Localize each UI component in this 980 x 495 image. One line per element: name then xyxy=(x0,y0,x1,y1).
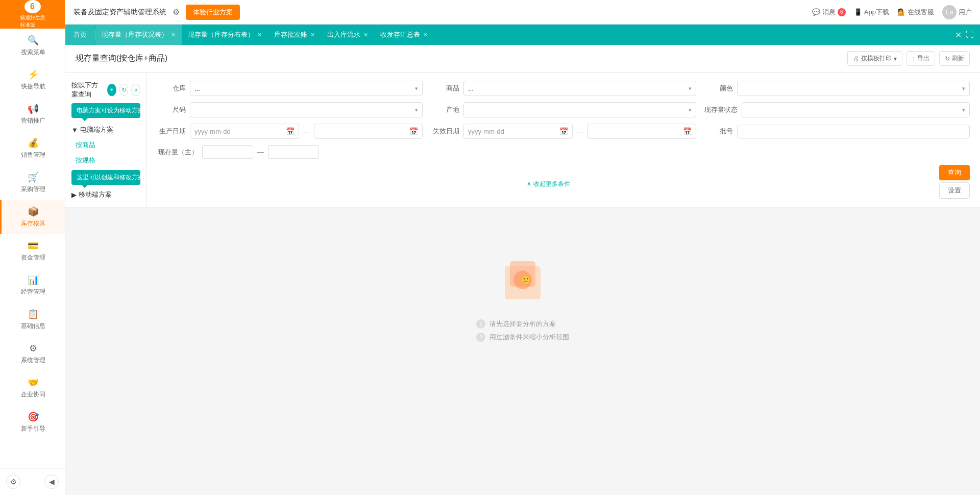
trial-button[interactable]: 体验行业方案 xyxy=(186,5,240,20)
sidebar-item-marketing[interactable]: 📢 营销推广 xyxy=(0,97,65,131)
step-num-2: 2 xyxy=(476,333,485,342)
sidebar-item-purchase[interactable]: 🛒 采购管理 xyxy=(0,166,65,200)
empty-icon-svg: 😕 xyxy=(492,248,553,310)
settings-button[interactable]: ⚙ xyxy=(6,475,20,489)
stock-qty-to[interactable] xyxy=(268,145,319,159)
batch-input[interactable] xyxy=(737,125,970,138)
stock-status-select[interactable]: ▾ xyxy=(742,102,970,117)
tab-inventory-status[interactable]: 现存量（库存状况表） ✕ xyxy=(95,25,182,45)
page-title: 现存量查询(按仓库+商品) xyxy=(76,53,167,64)
stock-qty-from[interactable] xyxy=(202,145,253,159)
page-header: 现存量查询(按仓库+商品) 🖨 按模板打印 ▾ ↑ 导出 ↻ 刷新 xyxy=(65,45,980,73)
empty-step-1: 1 请先选择要分析的方案 xyxy=(476,319,569,328)
sidebar-item-basic[interactable]: 📋 基础信息 xyxy=(0,302,65,337)
marketing-icon: 📢 xyxy=(28,103,39,114)
tooltip-close-2[interactable]: ✕ xyxy=(154,174,160,182)
phone-icon: 📱 xyxy=(854,8,862,16)
tab-close-2[interactable]: ✕ xyxy=(257,32,262,38)
collapse-icon: ∧ xyxy=(527,180,531,187)
refresh-scheme-button[interactable]: ↻ xyxy=(119,84,129,96)
sidebar-item-system[interactable]: ⚙ 系统管理 xyxy=(0,337,65,371)
size-chevron-icon: ▾ xyxy=(415,107,418,113)
sidebar-item-sales[interactable]: 💰 销售管理 xyxy=(0,131,65,166)
tab-inventory-dist[interactable]: 现存量（库存分布表） ✕ xyxy=(182,25,268,45)
tab-close-5[interactable]: ✕ xyxy=(423,32,428,38)
reset-button[interactable]: 设置 xyxy=(939,182,970,199)
tab-close-all-icon[interactable]: ✕ xyxy=(955,30,962,40)
filter-rows: 仓库 ... ▾ 商品 ... ▾ xyxy=(157,81,970,159)
basic-icon: 📋 xyxy=(28,309,39,320)
scheme-item-spec[interactable]: 按规格 xyxy=(65,153,146,168)
refresh-button[interactable]: ↻ 刷新 xyxy=(939,51,970,66)
sidebar-item-inventory[interactable]: 📦 库存核算 xyxy=(0,200,65,234)
tab-close-4[interactable]: ✕ xyxy=(363,32,368,38)
sidebar-item-nav[interactable]: ⚡ 快捷导航 xyxy=(0,63,65,97)
scheme-item-product[interactable]: 按商品 xyxy=(65,137,146,153)
top-header-right: 💬 消息 6 📱 App下载 💁 在线客服 Ea 用户 xyxy=(812,5,972,19)
tab-bar: 首页 现存量（库存状况表） ✕ 现存量（库存分布表） ✕ 库存批次账 ✕ 出入库… xyxy=(65,25,980,45)
origin-filter: 产地 ▾ xyxy=(431,102,696,117)
top-header-left: 装备及固定资产辅助管理系统 ⚙ 体验行业方案 xyxy=(74,5,240,20)
print-icon: 🖨 xyxy=(853,55,859,62)
tab-close-3[interactable]: ✕ xyxy=(310,32,315,38)
sidebar-nav: 🔍 搜索菜单 ⚡ 快捷导航 📢 营销推广 💰 销售管理 🛒 采购管理 📦 库存核… xyxy=(0,29,65,468)
add-scheme-button[interactable]: + xyxy=(107,84,116,96)
stock-status-filter: 现存量状态 ▾ xyxy=(704,102,970,117)
tab-summary[interactable]: 收发存汇总表 ✕ xyxy=(374,25,434,45)
online-support-button[interactable]: 💁 在线客服 xyxy=(897,8,934,17)
page-actions: 🖨 按模板打印 ▾ ↑ 导出 ↻ 刷新 xyxy=(847,51,970,66)
sidebar-item-collab[interactable]: 🤝 企业协同 xyxy=(0,371,65,405)
expiry-date-filter: 失效日期 yyyy-mm-dd 📅 — 📅 xyxy=(431,124,696,139)
message-button[interactable]: 💬 消息 6 xyxy=(812,8,846,17)
management-icon: 📊 xyxy=(28,274,39,286)
app-download-button[interactable]: 📱 App下载 xyxy=(854,8,889,17)
tab-fullscreen-icon[interactable]: ⛶ xyxy=(966,30,974,39)
filter-row-3: 生产日期 yyyy-mm-dd 📅 — 📅 xyxy=(157,124,970,139)
sidebar-logo: 6 畅通好生意 标准版 xyxy=(0,0,65,29)
tooltip-close-1[interactable]: ✕ xyxy=(154,107,160,115)
filter-row-2: 尺码 ▾ 产地 ▾ xyxy=(157,102,970,117)
expiry-date-to[interactable]: 📅 xyxy=(587,124,697,139)
settings-icon[interactable]: ⚙ xyxy=(173,7,180,17)
sidebar-item-finance[interactable]: 💳 资金管理 xyxy=(0,234,65,268)
print-button[interactable]: 🖨 按模板打印 ▾ xyxy=(847,51,902,66)
create-scheme-tooltip: 这里可以创建和修改方案哦 ✕ xyxy=(71,170,140,185)
top-header: 装备及固定资产辅助管理系统 ⚙ 体验行业方案 💬 消息 6 📱 App下载 💁 … xyxy=(65,0,980,25)
filter-header-row: 按以下方案查询 + ↻ « xyxy=(65,77,146,103)
sales-icon: 💰 xyxy=(28,137,39,149)
collapse-sidebar-button[interactable]: ◀ xyxy=(44,475,59,489)
sidebar-item-guide[interactable]: 🎯 新手引导 xyxy=(0,405,65,439)
warehouse-filter: 仓库 ... ▾ xyxy=(157,81,423,96)
filter-form: 仓库 ... ▾ 商品 ... ▾ xyxy=(147,73,980,207)
production-date-to[interactable]: 📅 xyxy=(314,124,423,139)
nav-icon: ⚡ xyxy=(28,69,39,80)
message-icon: 💬 xyxy=(812,8,820,16)
tab-close-1[interactable]: ✕ xyxy=(171,32,176,38)
filter-row-4: 现存量（主） — xyxy=(157,145,970,159)
pc-scheme-group[interactable]: ▼ 电脑端方案 xyxy=(65,122,146,137)
tab-batch[interactable]: 库存批次账 ✕ xyxy=(268,25,321,45)
guide-icon: 🎯 xyxy=(28,411,39,422)
production-date-from[interactable]: yyyy-mm-dd 📅 xyxy=(190,124,299,139)
expiry-date-from[interactable]: yyyy-mm-dd 📅 xyxy=(463,124,573,139)
warehouse-select[interactable]: ... ▾ xyxy=(190,81,423,96)
color-chevron-icon: ▾ xyxy=(962,85,965,92)
export-button[interactable]: ↑ 导出 xyxy=(906,51,935,66)
sidebar: 6 畅通好生意 标准版 🔍 搜索菜单 ⚡ 快捷导航 📢 营销推广 💰 销售管理 … xyxy=(0,0,65,495)
tab-home[interactable]: 首页 xyxy=(65,25,95,45)
collapse-button[interactable]: ∧ 收起更多条件 xyxy=(527,180,570,188)
product-select[interactable]: ... ▾ xyxy=(463,81,696,96)
sidebar-item-search[interactable]: 🔍 搜索菜单 xyxy=(0,29,65,63)
search-button[interactable]: 查询 xyxy=(939,165,970,180)
tab-inout[interactable]: 出入库流水 ✕ xyxy=(321,25,374,45)
filter-with-scheme: 按以下方案查询 + ↻ « 电脑方案可设为移动方案哦 ✕ ▼ 电脑端方案 xyxy=(65,73,980,207)
sidebar-item-management[interactable]: 📊 经营管理 xyxy=(0,268,65,302)
size-select[interactable]: ▾ xyxy=(190,102,423,117)
origin-select[interactable]: ▾ xyxy=(463,102,696,117)
mobile-scheme-group[interactable]: ▶ 移动端方案 xyxy=(65,187,146,202)
arrow-icon: ▼ xyxy=(71,126,78,134)
color-select[interactable]: ▾ xyxy=(737,81,970,96)
add-tooltip-wrapper: 电脑方案可设为移动方案哦 ✕ xyxy=(71,103,140,118)
user-menu[interactable]: Ea 用户 xyxy=(942,5,972,19)
back-scheme-button[interactable]: « xyxy=(131,84,140,96)
